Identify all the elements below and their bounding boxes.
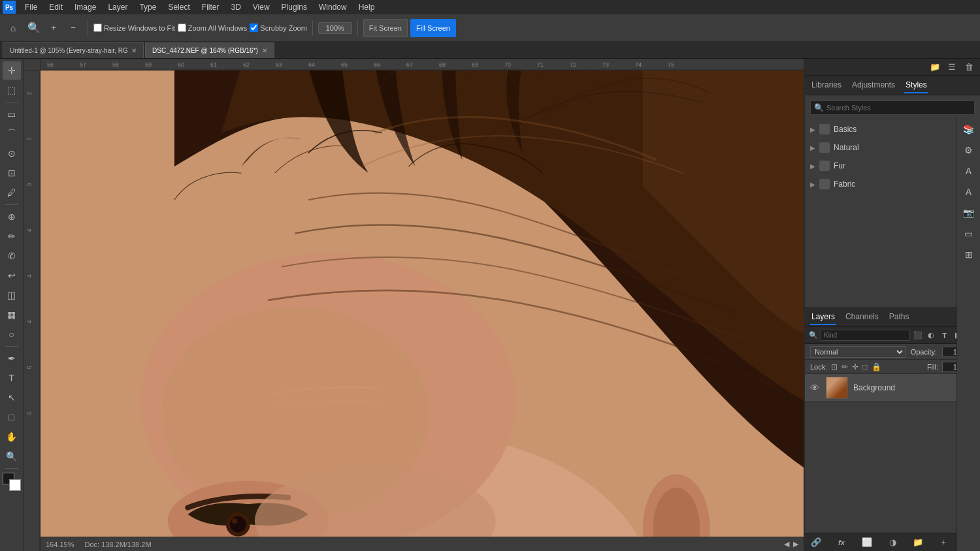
lasso-tool[interactable]: ⌒: [3, 125, 21, 143]
zoom-all-checkbox[interactable]: Zoom All Windows: [178, 24, 247, 32]
tab-channels[interactable]: Channels: [844, 309, 880, 325]
menu-image[interactable]: Image: [69, 1, 101, 13]
heal-tool[interactable]: ⊕: [3, 208, 21, 226]
dodge-tool[interactable]: ○: [3, 325, 21, 343]
new-folder-icon[interactable]: 📁: [928, 60, 942, 74]
move-tool[interactable]: ✛: [3, 61, 21, 80]
grid-icon[interactable]: ⊞: [960, 245, 978, 264]
tab-libraries[interactable]: Libraries: [810, 78, 843, 93]
brush-tool[interactable]: ✏: [3, 227, 21, 245]
photo-canvas: [41, 71, 804, 537]
menu-view[interactable]: View: [248, 1, 275, 13]
tab-dsc[interactable]: DSC_4472.NEF @ 164% (RGB/16*) ✕: [145, 42, 274, 58]
hand-tool[interactable]: ✋: [3, 428, 21, 446]
tab-paths[interactable]: Paths: [888, 309, 911, 325]
styles-section-fur[interactable]: ▶ Fur: [805, 157, 980, 175]
adjustments-icon[interactable]: ⚙: [960, 141, 978, 159]
color-swatches[interactable]: [3, 473, 21, 496]
pen-tool[interactable]: ✒: [3, 349, 21, 368]
gradient-tool[interactable]: ▦: [3, 306, 21, 324]
fit-screen-button[interactable]: Fit Screen: [363, 19, 408, 37]
fx-icon[interactable]: fx: [834, 535, 849, 550]
properties-icon[interactable]: A: [960, 183, 978, 201]
crop-tool[interactable]: ⊡: [3, 164, 21, 182]
eraser-tool[interactable]: ◫: [3, 286, 21, 304]
group-layers-icon[interactable]: 📁: [911, 535, 925, 550]
svg-text:68: 68: [439, 61, 446, 68]
styles-icon[interactable]: A: [960, 162, 978, 180]
tab-adjustments[interactable]: Adjustments: [851, 78, 896, 93]
type-tool[interactable]: T: [3, 369, 21, 387]
main-layout: ✛ ⬚ ▭ ⌒ ⊙ ⊡ 🖊 ⊕ ✏ ✆ ↩ ◫ ▦ ○ ✒ T ↖ □ ✋ 🔍: [0, 59, 980, 551]
adjustment-layer-icon[interactable]: ◑: [885, 535, 900, 550]
menu-filter[interactable]: Filter: [197, 1, 225, 13]
menu-3d[interactable]: 3D: [225, 1, 246, 13]
zoom-in-btn2[interactable]: +: [44, 19, 63, 37]
eyedropper-tool[interactable]: 🖊: [3, 183, 21, 202]
filter-text-icon[interactable]: T: [939, 330, 949, 341]
menu-help[interactable]: Help: [353, 1, 380, 13]
layers-kind-input[interactable]: [821, 330, 910, 341]
add-mask-icon[interactable]: ⬜: [860, 535, 874, 550]
zoom-all-input[interactable]: [178, 24, 186, 32]
clone-tool[interactable]: ✆: [3, 247, 21, 265]
marquee-tool[interactable]: ▭: [3, 105, 21, 123]
layer-visibility-icon[interactable]: 👁: [810, 383, 821, 393]
history-brush[interactable]: ↩: [3, 266, 21, 285]
scrubby-zoom-checkbox[interactable]: Scrubby Zoom: [250, 24, 307, 32]
layer-background-row[interactable]: 👁 Background 🔒: [805, 374, 980, 401]
menu-select[interactable]: Select: [163, 1, 195, 13]
zoom-out-btn[interactable]: −: [64, 19, 82, 37]
filter-adjust-icon[interactable]: ◐: [926, 330, 936, 341]
zoom-tool[interactable]: 🔍: [3, 447, 21, 465]
styles-section-fabric[interactable]: ▶ Fabric: [805, 175, 980, 193]
lock-artboard-icon[interactable]: □: [862, 362, 867, 371]
menu-window[interactable]: Window: [314, 1, 352, 13]
home-button[interactable]: ⌂: [4, 19, 22, 37]
doc-info: Doc: 138.2M/138.2M: [84, 541, 151, 548]
lock-position-icon[interactable]: ✛: [852, 362, 858, 371]
resize-windows-input[interactable]: [93, 24, 102, 32]
menu-type[interactable]: Type: [134, 1, 161, 13]
status-arrows[interactable]: ◀ ▶: [784, 540, 798, 548]
menu-plugins[interactable]: Plugins: [276, 1, 312, 13]
resize-windows-checkbox[interactable]: Resize Windows to Fit: [93, 24, 175, 32]
svg-text:57: 57: [80, 61, 86, 68]
camera-icon[interactable]: 📷: [960, 204, 978, 222]
rect-icon[interactable]: ▭: [960, 225, 978, 243]
menu-layer[interactable]: Layer: [103, 1, 133, 13]
link-layers-icon[interactable]: 🔗: [809, 535, 823, 550]
tab-untitled[interactable]: Untitled-1 @ 105% (Every-stray-hair, RGB…: [3, 42, 144, 58]
menu-file[interactable]: File: [20, 1, 42, 13]
tab-layers[interactable]: Layers: [810, 309, 836, 325]
artboard-tool[interactable]: ⬚: [3, 81, 21, 99]
tab-styles[interactable]: Styles: [904, 78, 928, 93]
path-tool[interactable]: ↖: [3, 388, 21, 407]
fill-screen-button[interactable]: Fill Screen: [410, 19, 456, 37]
select-tool[interactable]: ⊙: [3, 144, 21, 163]
styles-section-basics[interactable]: ▶ Basics: [805, 120, 980, 138]
new-layer-icon[interactable]: +: [936, 535, 951, 550]
canvas-content[interactable]: [41, 71, 804, 537]
menu-edit[interactable]: Edit: [44, 1, 68, 13]
new-group-panel-icon[interactable]: ☰: [945, 60, 959, 74]
tab-close-dsc[interactable]: ✕: [262, 47, 267, 54]
tab-close-untitled[interactable]: ✕: [131, 47, 137, 54]
fabric-label: Fabric: [834, 180, 855, 189]
blend-mode-select[interactable]: Normal: [810, 346, 906, 358]
shape-tool[interactable]: □: [3, 408, 21, 426]
styles-search-input[interactable]: [810, 101, 975, 115]
zoom-in-button[interactable]: 🔍: [25, 19, 43, 37]
styles-section-natural[interactable]: ▶ Natural: [805, 138, 980, 157]
filter-pixel-icon[interactable]: ⬛: [913, 330, 923, 341]
layer-thumb-image: [826, 377, 847, 398]
lock-all-icon[interactable]: 🔒: [872, 362, 881, 371]
trash-panel-icon[interactable]: 🗑: [962, 60, 976, 74]
svg-text:67: 67: [406, 61, 413, 68]
zoom-input[interactable]: [318, 22, 352, 34]
background-color[interactable]: [9, 479, 21, 491]
lock-transparent-icon[interactable]: ⊡: [831, 362, 838, 371]
lock-brush-icon[interactable]: ✏: [841, 362, 848, 371]
scrubby-zoom-input[interactable]: [250, 24, 258, 32]
libraries-icon[interactable]: 📚: [960, 120, 978, 138]
